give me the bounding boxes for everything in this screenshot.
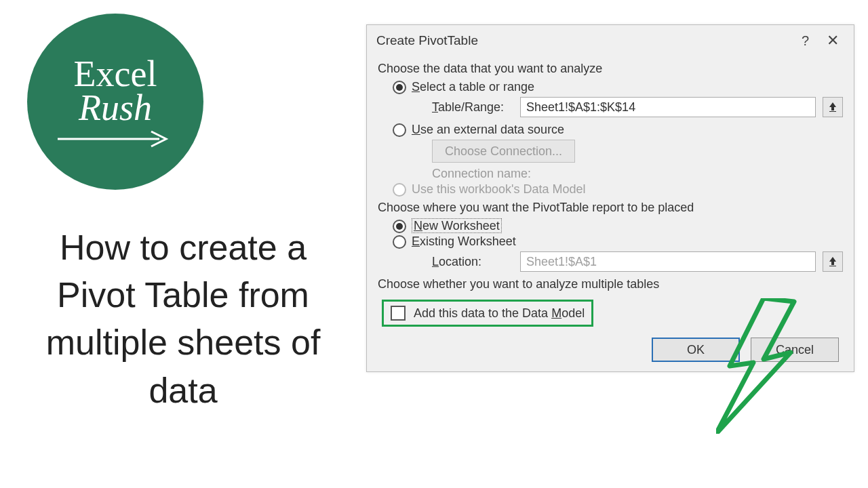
location-label: Location:	[432, 255, 513, 269]
brand-logo: Excel Rush	[27, 14, 203, 190]
option-existing-worksheet[interactable]: Existing Worksheet	[393, 235, 843, 249]
logo-text-main: Excel	[74, 56, 157, 92]
connection-name-label: Connection name:	[432, 167, 843, 181]
section-analyze-label: Choose the data that you want to analyze	[378, 62, 843, 76]
option-label: New Worksheet	[412, 219, 502, 233]
checkbox-label: Add this data to the Data Model	[414, 306, 585, 321]
collapse-dialog-icon[interactable]	[823, 251, 843, 272]
choose-connection-button: Choose Connection...	[432, 140, 575, 163]
svg-marker-1	[829, 102, 836, 110]
help-icon[interactable]: ?	[789, 33, 821, 49]
radio-icon	[393, 81, 406, 94]
tutorial-left-pane: Excel Rush How to create a Pivot Table f…	[0, 0, 353, 488]
option-label: Existing Worksheet	[412, 235, 516, 249]
radio-icon	[393, 183, 406, 197]
svg-marker-3	[829, 257, 836, 265]
create-pivottable-dialog: Create PivotTable ? ✕ Choose the data th…	[366, 24, 854, 372]
checkbox-add-to-data-model[interactable]	[391, 306, 406, 321]
table-range-input[interactable]: Sheet1!$A$1:$K$14	[520, 97, 816, 117]
dialog-body: Choose the data that you want to analyze…	[367, 55, 854, 371]
option-external-source[interactable]: Use an external data source	[393, 123, 843, 137]
logo-text-sub: Rush	[79, 89, 152, 126]
location-input: Sheet1!$A$1	[520, 251, 816, 272]
section-multiple-tables-label: Choose whether you want to analyze multi…	[378, 277, 843, 291]
radio-icon	[393, 235, 406, 249]
highlighted-checkbox-area: Add this data to the Data Model	[382, 300, 593, 327]
location-field: Location: Sheet1!$A$1	[432, 251, 843, 272]
tutorial-headline: How to create a Pivot Table from multipl…	[27, 224, 339, 414]
collapse-dialog-icon[interactable]	[823, 97, 843, 117]
cancel-button[interactable]: Cancel	[751, 338, 839, 362]
option-select-table-range[interactable]: Select a table or range	[393, 80, 843, 94]
option-label: Select a table or range	[412, 80, 534, 94]
option-label: Use this workbook's Data Model	[412, 182, 586, 197]
table-range-label: Table/Range:	[432, 100, 513, 115]
radio-icon	[393, 123, 406, 137]
dialog-title: Create PivotTable	[376, 33, 789, 48]
table-range-field: Table/Range: Sheet1!$A$1:$K$14	[432, 97, 843, 117]
arrow-right-icon	[58, 130, 173, 148]
svg-rect-4	[829, 266, 836, 266]
svg-rect-2	[829, 111, 836, 112]
close-icon[interactable]: ✕	[821, 32, 844, 49]
option-new-worksheet[interactable]: New Worksheet	[393, 219, 843, 233]
option-use-data-model: Use this workbook's Data Model	[393, 182, 843, 197]
ok-button[interactable]: OK	[652, 338, 740, 362]
dialog-footer: OK Cancel	[378, 327, 843, 362]
option-label: Use an external data source	[412, 123, 564, 137]
section-placement-label: Choose where you want the PivotTable rep…	[378, 201, 843, 215]
radio-icon	[393, 220, 406, 233]
dialog-titlebar: Create PivotTable ? ✕	[367, 25, 854, 55]
